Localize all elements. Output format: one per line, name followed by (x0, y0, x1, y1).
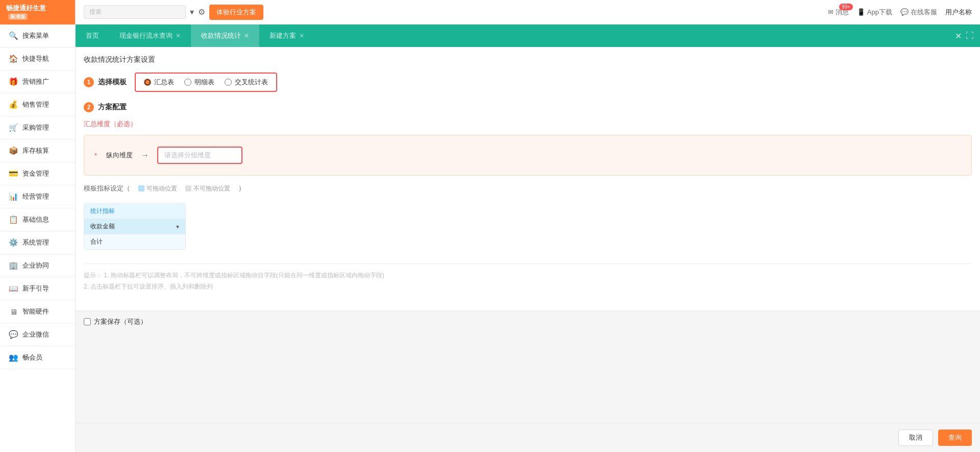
building-icon: 🏢 (8, 260, 18, 271)
messages-item[interactable]: ✉ 消息 99+ (828, 8, 849, 17)
section1-title: 选择模板 (98, 78, 127, 87)
tab-bank-flow-close[interactable]: ✕ (176, 32, 181, 39)
page-title: 收款情况统计方案设置 (84, 55, 972, 64)
sidebar-item-system[interactable]: ⚙️ 系统管理 (0, 231, 75, 254)
draggable-label: 可拖动位置 (146, 184, 177, 193)
sidebar-item-finance[interactable]: 💳 资金管理 (0, 162, 75, 185)
sidebar-item-business[interactable]: 📊 经营管理 (0, 185, 75, 208)
header-right: ✉ 消息 99+ 📱 App下载 💬 在线客服 用户名称 (828, 8, 972, 17)
section1-number: 1 (84, 77, 94, 87)
sidebar-item-guide[interactable]: 📖 新手引导 (0, 277, 75, 300)
user-item[interactable]: 用户名称 (945, 8, 972, 17)
tab-new-scheme[interactable]: 新建方案 ✕ (259, 25, 314, 47)
tip-line-1: 提示： 1. 拖动标题栏可以调整布局，不可跨维度或指标区域拖动目字段(只能在同一… (84, 270, 972, 281)
radio-detail-input[interactable] (184, 79, 191, 86)
section-config: 2 方案配置 汇总维度（必选） * 纵向维度 → 请选择分组维度 (84, 102, 972, 292)
tab-home[interactable]: 首页 (76, 25, 109, 47)
tips-section: 提示： 1. 拖动标题栏可以调整布局，不可跨维度或指标区域拖动目字段(只能在同一… (84, 264, 972, 292)
sidebar-item-marketing[interactable]: 🎁 营销推广 (0, 70, 75, 93)
sidebar-item-label: 销售管理 (22, 100, 49, 109)
section1-header: 1 选择模板 汇总表 明细表 交叉统计表 (84, 73, 972, 92)
sidebar-item-basic[interactable]: 📋 基础信息 (0, 208, 75, 231)
cart-icon: 🛒 (8, 123, 18, 133)
money-icon: 💰 (8, 100, 18, 110)
tab-home-label: 首页 (86, 31, 99, 40)
metrics-header: 模板指标设定（ 可拖动位置 不可拖动位置 ） (84, 184, 972, 193)
sidebar-item-sales[interactable]: 💰 销售管理 (0, 93, 75, 116)
non-draggable-dot (185, 185, 191, 192)
metrics-close: ） (238, 184, 245, 193)
close-window-button[interactable]: ✕ (955, 31, 962, 41)
gift-icon: 🎁 (8, 77, 18, 87)
non-draggable-label: 不可拖动位置 (193, 184, 230, 193)
section2-header: 2 方案配置 (84, 102, 972, 112)
home-icon: 🏠 (8, 54, 18, 64)
sidebar: 畅捷通好生意 标准版 🔍 搜索菜单 🏠 快捷导航 🎁 营销推广 💰 销售管理 🛒… (0, 0, 76, 452)
support-item[interactable]: 💬 在线客服 (900, 8, 937, 17)
section-template: 1 选择模板 汇总表 明细表 交叉统计表 (84, 73, 972, 92)
settings-icon[interactable]: ⚙ (198, 7, 205, 17)
chart-icon: 📊 (8, 192, 18, 202)
query-button[interactable]: 查询 (938, 430, 972, 446)
sidebar-item-label: 企业协同 (22, 261, 49, 270)
sidebar-item-search-menu[interactable]: 🔍 搜索菜单 (0, 25, 75, 47)
tab-bank-flow[interactable]: 现金银行流水查询 ✕ (109, 25, 191, 47)
sidebar-item-purchase[interactable]: 🛒 采购管理 (0, 116, 75, 139)
cancel-button[interactable]: 取消 (898, 430, 933, 446)
sidebar-item-label: 库存核算 (22, 146, 49, 155)
sidebar-item-quick-nav[interactable]: 🏠 快捷导航 (0, 47, 75, 70)
download-icon: 📱 (857, 8, 865, 16)
download-item[interactable]: 📱 App下载 (857, 8, 892, 17)
search-menu-icon: 🔍 (8, 31, 18, 41)
save-option: 方案保存（可选） (76, 311, 980, 332)
metrics-col-name: 收款金额 (90, 222, 115, 231)
radio-summary[interactable]: 汇总表 (144, 78, 174, 87)
tab-new-scheme-label: 新建方案 (270, 31, 296, 40)
download-label: App下载 (867, 8, 892, 17)
metrics-col-dropdown[interactable]: ▾ (176, 223, 179, 230)
tab-collection-stat-label: 收款情况统计 (201, 31, 241, 40)
save-checkbox[interactable] (84, 318, 91, 325)
support-icon: 💬 (900, 8, 909, 16)
sidebar-item-wechat[interactable]: 💬 企业微信 (0, 323, 75, 346)
radio-summary-input[interactable] (144, 79, 151, 86)
header-search-box[interactable]: 搜索 (84, 5, 186, 19)
sidebar-item-label: 快捷导航 (22, 54, 49, 63)
maximize-window-button[interactable]: ⛶ (966, 31, 974, 40)
header-dropdown-button[interactable]: ▾ (190, 7, 194, 17)
radio-detail[interactable]: 明细表 (184, 78, 214, 87)
box-icon: 📦 (8, 146, 18, 156)
tab-collection-stat[interactable]: 收款情况统计 ✕ (191, 25, 259, 47)
messages-badge: 99+ (839, 4, 853, 10)
sidebar-item-collab[interactable]: 🏢 企业协同 (0, 254, 75, 277)
tab-collection-stat-close[interactable]: ✕ (244, 32, 249, 39)
metrics-col-header: 收款金额 ▾ (84, 219, 185, 234)
search-placeholder: 搜索 (89, 8, 102, 16)
dimension-selector[interactable]: 请选择分组维度 (157, 147, 242, 164)
dimension-placeholder: 请选择分组维度 (164, 151, 211, 159)
sidebar-item-inventory[interactable]: 📦 库存核算 (0, 139, 75, 162)
tab-new-scheme-close[interactable]: ✕ (299, 32, 304, 39)
window-buttons: ✕ ⛶ (955, 31, 980, 41)
metrics-label: 模板指标设定（ (84, 184, 130, 193)
gear-icon: ⚙️ (8, 237, 18, 248)
sidebar-item-label: 基础信息 (22, 215, 49, 224)
main-area: 搜索 ▾ ⚙ 体验行业方案 ✉ 消息 99+ 📱 App下载 💬 在线客服 用户… (76, 0, 980, 452)
support-label: 在线客服 (911, 8, 937, 17)
sidebar-item-label: 新手引导 (22, 284, 49, 293)
metrics-group-header: 统计指标 (84, 204, 185, 219)
tab-bar: 首页 现金银行流水查询 ✕ 收款情况统计 ✕ 新建方案 ✕ ✕ ⛶ (76, 25, 980, 47)
trial-button[interactable]: 体验行业方案 (209, 5, 263, 20)
legend-draggable: 可拖动位置 (138, 184, 177, 193)
radio-cross-input[interactable] (225, 79, 232, 86)
radio-cross[interactable]: 交叉统计表 (225, 78, 268, 87)
radio-summary-label: 汇总表 (154, 78, 174, 87)
sidebar-item-label: 经营管理 (22, 192, 49, 201)
legend-non-draggable: 不可拖动位置 (185, 184, 230, 193)
chat-icon: 💬 (8, 329, 18, 340)
tip-line-2: 2. 点击标题栏下拉可设置排序、插入列和删除列 (84, 281, 972, 293)
sidebar-item-hardware[interactable]: 🖥 智能硬件 (0, 300, 75, 323)
sidebar-item-member[interactable]: 👥 畅会员 (0, 346, 75, 369)
dimension-row: * 纵向维度 → 请选择分组维度 (94, 147, 242, 164)
required-star: * (94, 152, 97, 159)
